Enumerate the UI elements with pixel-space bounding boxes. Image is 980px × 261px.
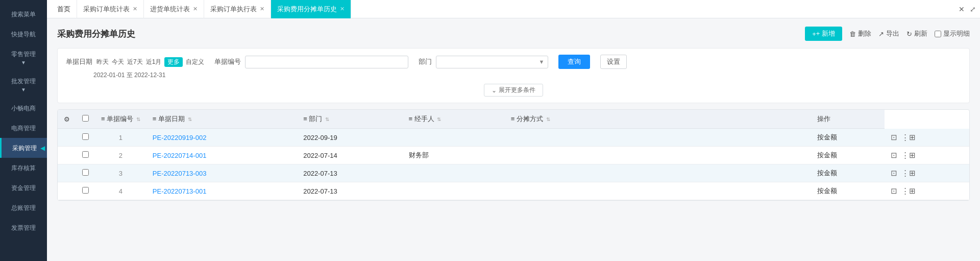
table-header-row: ⚙ ≡ 单据编号 ⇅ ≡ 单据日期 ⇅ ≡ 部门	[58, 110, 969, 129]
sidebar-item-mini[interactable]: 小畅电商	[0, 98, 47, 118]
sidebar-item-search[interactable]: 搜索菜单	[0, 4, 47, 24]
table-row: 1 PE-20220919-002 2022-09-19 按金额 ⊡ ⋮⊞	[58, 129, 969, 147]
doc-date-col-label: ≡ 单据日期	[153, 115, 185, 123]
row-handler	[505, 182, 811, 200]
doc-no-input[interactable]	[245, 56, 408, 68]
sidebar-item-finance[interactable]: 资金管理	[0, 178, 47, 198]
dept-input[interactable]	[436, 56, 548, 68]
sort-icon: ⇅	[437, 116, 441, 122]
custom-shortcut[interactable]: 自定义	[186, 58, 204, 66]
row-actions: ⊡ ⋮⊞	[885, 182, 969, 200]
query-button[interactable]: 查询	[558, 55, 590, 69]
table-row: 4 PE-20220713-001 2022-07-13 按金额 ⊡ ⋮⊞	[58, 182, 969, 200]
doc-no-link[interactable]: PE-20220713-003	[153, 170, 207, 177]
row-doc-date: 2022-09-19	[297, 129, 402, 147]
row-checkbox[interactable]	[82, 151, 89, 158]
yesterday-shortcut[interactable]: 昨天	[96, 58, 109, 66]
split-method-col-label: ≡ 分摊方式	[511, 115, 543, 123]
handler-col-header[interactable]: ≡ 经手人 ⇅	[403, 110, 505, 129]
doc-no-link[interactable]: PE-20220714-001	[153, 152, 207, 159]
expand-more-section: ⌄ 展开更多条件	[66, 84, 961, 97]
sidebar-item-quick[interactable]: 快捷导航	[0, 24, 47, 44]
row-checkbox-cell	[76, 129, 95, 147]
row-dept: 财务部	[403, 147, 505, 164]
date-shortcuts: 昨天 今天 近7天 近1月 更多 自定义	[96, 57, 204, 67]
sidebar-item-invoice[interactable]: 发票管理	[0, 218, 47, 238]
date-filter-group: 单据日期 昨天 今天 近7天 近1月 更多 自定义	[66, 57, 204, 67]
today-shortcut[interactable]: 今天	[112, 58, 124, 66]
tab-goods-stat[interactable]: 进货单统计表 ✕	[144, 0, 204, 18]
edit-icon[interactable]: ⊡	[891, 133, 897, 142]
sidebar-item-ecom[interactable]: 电商管理	[0, 118, 47, 138]
doc-no-link[interactable]: PE-20220713-001	[153, 187, 207, 195]
show-name-checkbox[interactable]	[935, 31, 941, 37]
more-shortcut[interactable]: 更多	[164, 57, 183, 67]
settings-button[interactable]: 设置	[600, 55, 627, 69]
row-checkbox[interactable]	[82, 187, 89, 194]
close-all-icon[interactable]: ✕	[959, 5, 965, 13]
sidebar-item-wholesale[interactable]: 批发管理 ▼	[0, 71, 47, 98]
more-icon[interactable]: ⋮⊞	[901, 133, 916, 142]
page-title: 采购费用分摊单历史	[57, 28, 135, 40]
sidebar-item-purchase[interactable]: 采购管理 ◀	[0, 138, 47, 158]
refresh-button[interactable]: ↻ 刷新	[906, 29, 927, 38]
row-doc-no[interactable]: PE-20220713-001	[146, 182, 297, 200]
expand-more-button[interactable]: ⌄ 展开更多条件	[484, 84, 543, 97]
chevron-down-icon: ⌄	[492, 87, 497, 94]
tabs-bar: 首页 采购订单统计表 ✕ 进货单统计表 ✕ 采购订单执行表 ✕ 采购费用分摊单历…	[47, 0, 980, 18]
date-filter-label: 单据日期	[66, 57, 92, 66]
more-icon[interactable]: ⋮⊞	[901, 186, 916, 196]
show-name-checkbox-group[interactable]: 显示明细	[935, 29, 970, 38]
select-all-checkbox[interactable]	[82, 115, 89, 122]
tab-cost-split[interactable]: 采购费用分摊单历史 ✕	[271, 0, 351, 18]
row-handler	[505, 129, 811, 147]
doc-date-col-header[interactable]: ≡ 单据日期 ⇅	[146, 110, 297, 129]
row-checkbox[interactable]	[82, 169, 89, 176]
export-button[interactable]: ↗ 导出	[878, 29, 899, 38]
row-handler	[505, 147, 811, 164]
home-tab-label: 首页	[57, 5, 70, 14]
week-shortcut[interactable]: 近7天	[127, 58, 143, 66]
sort-icon: ⇅	[325, 116, 329, 122]
row-checkbox[interactable]	[82, 133, 89, 140]
delete-button[interactable]: 🗑 删除	[849, 29, 871, 38]
edit-icon[interactable]: ⊡	[891, 151, 897, 160]
tab-po-exec[interactable]: 采购订单执行表 ✕	[204, 0, 271, 18]
doc-no-link[interactable]: PE-20220919-002	[153, 134, 207, 141]
sort-icon: ⇅	[546, 116, 550, 122]
row-split-method: 按金额	[811, 164, 885, 182]
more-icon[interactable]: ⋮⊞	[901, 169, 916, 178]
row-num: 2	[95, 147, 146, 164]
sidebar-item-retail[interactable]: 零售管理 ▼	[0, 44, 47, 71]
page-body: 采购费用分摊单历史 + + 新增 🗑 删除 ↗ 导出 ↻ 刷新	[47, 18, 980, 261]
doc-no-col-header[interactable]: ≡ 单据编号 ⇅	[95, 110, 146, 129]
settings-col-header[interactable]: ⚙	[58, 110, 76, 129]
toolbar-actions: + + 新增 🗑 删除 ↗ 导出 ↻ 刷新 显示明细	[805, 27, 970, 41]
row-doc-no[interactable]: PE-20220714-001	[146, 147, 297, 164]
main-area: 首页 采购订单统计表 ✕ 进货单统计表 ✕ 采购订单执行表 ✕ 采购费用分摊单历…	[47, 0, 980, 261]
row-doc-no[interactable]: PE-20220919-002	[146, 129, 297, 147]
edit-icon[interactable]: ⊡	[891, 169, 897, 178]
po-stat-tab-label: 采购订单统计表	[83, 5, 130, 14]
table-row: 3 PE-20220713-003 2022-07-13 按金额 ⊡ ⋮⊞	[58, 164, 969, 182]
sidebar-item-inventory[interactable]: 库存核算	[0, 158, 47, 178]
split-method-col-header[interactable]: ≡ 分摊方式 ⇅	[505, 110, 811, 129]
row-doc-no[interactable]: PE-20220713-003	[146, 164, 297, 182]
maximize-icon[interactable]: ⤢	[970, 5, 976, 13]
close-icon[interactable]: ✕	[193, 6, 198, 12]
add-button[interactable]: + + 新增	[805, 27, 842, 41]
tab-po-stat[interactable]: 采购订单统计表 ✕	[77, 0, 144, 18]
close-icon[interactable]: ✕	[340, 6, 345, 12]
close-icon[interactable]: ✕	[260, 6, 264, 12]
tab-home[interactable]: 首页	[51, 0, 77, 18]
dept-filter-group: 部门 ▼	[419, 56, 548, 68]
edit-icon[interactable]: ⊡	[891, 186, 897, 196]
dept-col-header[interactable]: ≡ 部门 ⇅	[297, 110, 402, 129]
sidebar-item-ledger[interactable]: 总账管理	[0, 198, 47, 218]
more-icon[interactable]: ⋮⊞	[901, 151, 916, 160]
close-icon[interactable]: ✕	[133, 6, 137, 12]
doc-no-col-label: ≡ 单据编号	[101, 115, 133, 123]
month-shortcut[interactable]: 近1月	[146, 58, 162, 66]
delete-label: 删除	[858, 29, 871, 38]
row-settings-icon	[58, 129, 76, 147]
